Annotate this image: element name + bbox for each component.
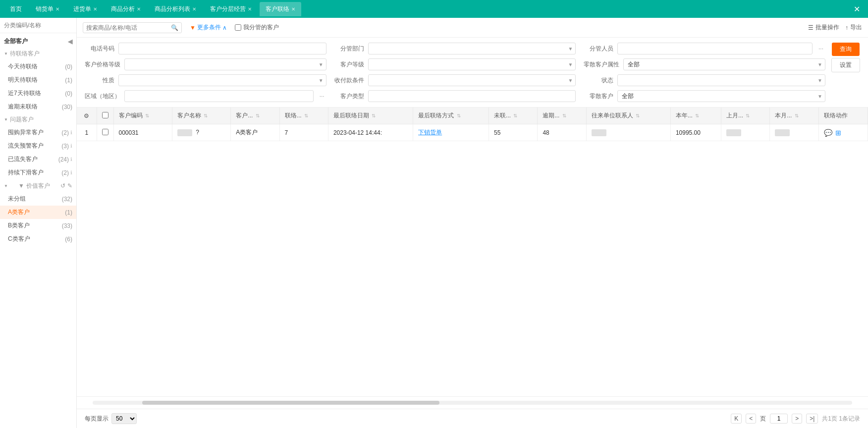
page-number-input[interactable] (770, 414, 788, 424)
region-input[interactable] (124, 90, 314, 102)
sort-lastmonth-icon[interactable]: ⇅ (746, 113, 750, 118)
last-method-link[interactable]: 下销货单 (418, 129, 442, 136)
col-setting[interactable]: ⚙ (77, 107, 97, 124)
sort-code-icon[interactable]: ⇅ (145, 113, 149, 118)
phone-input[interactable] (118, 43, 326, 54)
row-checkbox-cell[interactable] (97, 124, 113, 141)
customer-level-select[interactable] (368, 58, 576, 70)
nav-tab-analysis-list[interactable]: 商品分析列表 ✕ (149, 2, 202, 16)
all-customers-header[interactable]: 全部客户 ◀ (0, 33, 76, 48)
refresh-icon[interactable]: ↺ (60, 182, 65, 189)
nav-tab-sales[interactable]: 销货单 ✕ (30, 2, 65, 16)
close-analysis-list-tab[interactable]: ✕ (192, 6, 196, 12)
last-page-btn[interactable]: >| (806, 414, 818, 424)
manager-input[interactable] (617, 43, 813, 54)
close-sales-tab[interactable]: ✕ (55, 6, 59, 12)
message-icon[interactable]: 💬 (824, 129, 832, 137)
payment-select[interactable] (368, 74, 576, 86)
sort-thismonth-icon[interactable]: ⇅ (795, 113, 799, 118)
sort-notcontact-icon[interactable]: ⇅ (513, 113, 517, 118)
retail-select[interactable]: 全部 (617, 90, 825, 102)
export-btn[interactable]: ↑ 导出 (845, 23, 862, 32)
close-segment-tab[interactable]: ✕ (248, 6, 252, 12)
customer-type-label: 客户类型 (334, 92, 364, 101)
sort-thisyear-icon[interactable]: ⇅ (695, 113, 699, 118)
retail-attr-wrap: 全部 ▼ (623, 58, 825, 70)
sidebar-group-pending[interactable]: 待联络客户 (0, 48, 76, 60)
query-button[interactable]: 查询 (832, 43, 860, 56)
sort-type-icon[interactable]: ⇅ (256, 113, 260, 118)
manager-dots[interactable]: ··· (816, 45, 825, 52)
filter-retail-attr: 零散客户属性 全部 ▼ (584, 58, 825, 70)
edit-icon[interactable]: ✎ (67, 182, 72, 189)
sort-method-icon[interactable]: ⇅ (457, 113, 461, 118)
sidebar-item-tomorrow[interactable]: 明天待联络 (1) (0, 73, 76, 87)
customer-type-input[interactable] (368, 90, 576, 102)
sidebar-item-churned[interactable]: 已流失客户 (24) ℹ (0, 153, 76, 166)
sidebar-item-churn-warning[interactable]: 流失预警客户 (3) ℹ (0, 139, 76, 153)
col-code-header: 客户编码 ⇅ (113, 107, 172, 124)
sidebar-collapse-icon[interactable]: ◀ (68, 38, 72, 45)
filter-row-1: 电话号码 分管部门 ▼ 分管人员 (85, 43, 825, 54)
nature-select[interactable] (118, 74, 326, 86)
price-level-select[interactable] (124, 58, 326, 70)
sort-contact-icon[interactable]: ⇅ (304, 113, 308, 118)
prev-page-btn[interactable]: < (746, 414, 756, 424)
sort-date-icon[interactable]: ⇅ (372, 113, 376, 118)
content-area: 🔍 ▼ 更多条件 ∧ 我分管的客户 ☰ 批量操作 ↑ 导出 (77, 18, 868, 428)
sort-name-icon[interactable]: ⇅ (204, 113, 208, 118)
sidebar-value-actions: ↺ ✎ (60, 181, 72, 190)
sidebar-item-hoarding[interactable]: 囤购异常客户 (2) ℹ (0, 126, 76, 139)
nav-tab-analysis[interactable]: 商品分析 ✕ (105, 2, 147, 16)
col-checkbox-header[interactable] (97, 107, 113, 124)
region-label: 区域（地区） (85, 92, 120, 101)
payment-label: 收付款条件 (334, 76, 364, 85)
search-input[interactable] (86, 24, 171, 31)
sidebar-group-problem[interactable]: 问题客户 (0, 113, 76, 126)
table-header-row: ⚙ 客户编码 ⇅ 客户名称 ⇅ 客户... ⇅ (77, 107, 868, 124)
setting-button[interactable]: 设置 (831, 58, 860, 72)
my-customer-checkbox-wrap[interactable]: 我分管的客户 (235, 23, 279, 32)
row-checkbox[interactable] (102, 129, 108, 135)
export-icon: ↑ (845, 24, 848, 31)
qr-icon[interactable]: ⊞ (835, 129, 841, 137)
sidebar-item-class-c[interactable]: C类客户 (6) (0, 232, 76, 246)
retail-attr-select[interactable]: 全部 (623, 58, 825, 70)
close-purchase-tab[interactable]: ✕ (93, 6, 97, 12)
sidebar-item-unclassified[interactable]: 未分组 (32) (0, 192, 76, 206)
sidebar-item-today[interactable]: 今天待联络 (0) (0, 60, 76, 73)
page-size-select[interactable]: 50 100 200 (111, 413, 137, 424)
sidebar-item-declining[interactable]: 持续下滑客户 (2) ℹ (0, 166, 76, 179)
select-all-checkbox[interactable] (102, 112, 108, 118)
nav-tab-customer-segment[interactable]: 客户分层经营 ✕ (204, 2, 258, 16)
nav-home[interactable]: 首页 (4, 2, 28, 16)
customer-level-wrap: ▼ (368, 58, 576, 70)
sidebar-item-7days[interactable]: 近7天待联络 (0) (0, 87, 76, 100)
sidebar-item-class-a[interactable]: A类客户 (1) (0, 206, 76, 219)
nav-tab-purchase[interactable]: 进货单 ✕ (67, 2, 103, 16)
main-layout: 🔍 全部客户 ◀ 待联络客户 今天待联络 (0) 明天待联络 (1) 近7天待联… (0, 18, 868, 428)
sidebar-item-class-b[interactable]: B类客户 (33) (0, 219, 76, 232)
close-analysis-tab[interactable]: ✕ (137, 6, 141, 12)
sidebar-item-overdue[interactable]: 逾期未联络 (30) (0, 100, 76, 113)
row-contacts (586, 124, 670, 141)
next-page-btn[interactable]: > (792, 414, 802, 424)
filter-more-btn[interactable]: ▼ 更多条件 ∧ (186, 22, 231, 33)
this-month-block (775, 129, 790, 136)
window-close-button[interactable]: ✕ (850, 2, 864, 16)
close-contact-tab[interactable]: ✕ (291, 6, 295, 12)
sort-contacts-icon[interactable]: ⇅ (636, 113, 640, 118)
batch-op-btn[interactable]: ☰ 批量操作 (808, 23, 839, 32)
nav-tab-customer-contact[interactable]: 客户联络 ✕ (260, 2, 301, 16)
sort-overdue-icon[interactable]: ⇅ (562, 113, 566, 118)
row-last-method[interactable]: 下销货单 (413, 124, 489, 141)
dept-select[interactable] (368, 43, 576, 54)
region-dots[interactable]: ··· (318, 93, 326, 100)
search-icon[interactable]: 🔍 (171, 24, 178, 31)
my-customer-checkbox[interactable] (235, 24, 241, 31)
first-page-btn[interactable]: K (731, 414, 742, 424)
table-scrollbar[interactable] (93, 401, 852, 405)
status-select[interactable] (617, 74, 825, 86)
sidebar-search-input[interactable] (4, 22, 77, 29)
scrollbar-thumb[interactable] (142, 401, 439, 405)
